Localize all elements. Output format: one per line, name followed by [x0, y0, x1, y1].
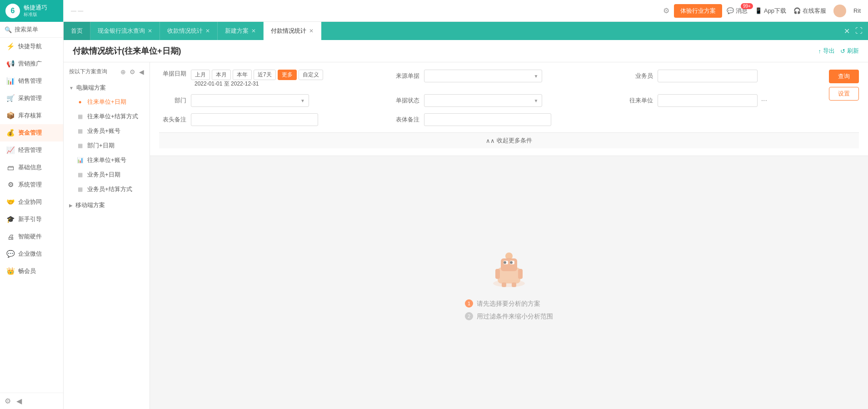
sidebar-item-label: 库存核算 — [18, 111, 42, 120]
tab-home[interactable]: 首页 — [64, 22, 90, 40]
group-arrow-icon: ▼ — [69, 86, 74, 91]
counterpart-label: 往来单位 — [626, 96, 658, 105]
counterpart-dots[interactable]: ··· — [761, 96, 767, 105]
marketing-icon: 📢 — [6, 60, 15, 68]
footer-settings-icon[interactable]: ⚙ — [5, 397, 11, 405]
settings-button[interactable]: 设置 — [829, 87, 859, 101]
scheme-item-counterpart-settle[interactable]: ▦ 往来单位+结算方式 — [64, 109, 150, 124]
scheme-item-counterpart-date[interactable]: ● 往来单位+日期 — [64, 95, 150, 109]
tab-expand-icon[interactable]: ⛶ — [855, 27, 863, 35]
breadcrumb-text: — — — [71, 8, 83, 14]
tab-cashflow-close[interactable]: ✕ — [148, 28, 152, 34]
refresh-label: 刷新 — [847, 47, 859, 55]
tab-receivable-close[interactable]: ✕ — [205, 28, 210, 34]
date-btn-this-year[interactable]: 本年 — [233, 70, 252, 80]
tabbar-actions: ✕ ⛶ — [838, 22, 868, 40]
filter-cell-source: 来源单据 ▼ — [392, 70, 625, 82]
sidebar-item-system[interactable]: ⚙ 系统管理 — [0, 176, 63, 193]
docstatus-select[interactable]: ▼ — [424, 94, 542, 107]
scheme-item-label: 业务员+账号 — [87, 127, 120, 135]
headernote-label: 表头备注 — [159, 116, 191, 124]
add-scheme-icon[interactable]: ⊕ — [120, 68, 126, 76]
page-header-actions: ↑ 导出 ↺ 刷新 — [818, 47, 859, 55]
page: 付款情况统计(往来单位+日期) ↑ 导出 ↺ 刷新 按以下方案查询 ⊕ — [64, 40, 868, 409]
trial-button[interactable]: 体验行业方案 — [674, 4, 722, 18]
date-btn-last-month[interactable]: 上月 — [191, 70, 210, 80]
scheme-settings-icon[interactable]: ⚙ — [130, 68, 135, 76]
sidebar-item-hardware[interactable]: 🖨 智能硬件 — [0, 228, 63, 245]
tab-payment-stat-label: 付款情况统计 — [271, 27, 306, 35]
export-button[interactable]: ↑ 导出 — [818, 47, 835, 55]
message-icon: 💬 — [727, 7, 734, 14]
sidebar-footer: ⚙ ◀ — [0, 393, 63, 409]
bodynote-input[interactable] — [424, 113, 551, 126]
weixin-icon: 💬 — [6, 250, 15, 258]
messages-button[interactable]: 💬 消息 99+ — [727, 7, 748, 15]
page-header: 付款情况统计(往来单位+日期) ↑ 导出 ↺ 刷新 — [64, 40, 868, 62]
date-btn-7days[interactable]: 近7天 — [254, 70, 276, 80]
counterpart-input[interactable] — [658, 94, 758, 107]
sidebar-item-vip[interactable]: 👑 畅会员 — [0, 263, 63, 280]
sidebar-item-coop[interactable]: 🤝 企业协同 — [0, 193, 63, 211]
sidebar-item-basic[interactable]: 🗃 基础信息 — [0, 159, 63, 176]
username-text: Rit — [853, 7, 861, 14]
sidebar-item-inventory[interactable]: 📦 库存核算 — [0, 107, 63, 124]
scheme-group-desktop-header[interactable]: ▼ 电脑端方案 — [64, 81, 150, 95]
scheme-item-dept-date[interactable]: ▦ 部门+日期 — [64, 138, 150, 153]
date-btn-this-month[interactable]: 本月 — [212, 70, 231, 80]
scheme-collapse-icon[interactable]: ◀ — [139, 68, 144, 76]
filter-cell-salesman: 业务员 ··· 查询 设置 — [626, 70, 859, 82]
sidebar-item-finance[interactable]: 💰 资金管理 — [0, 124, 63, 141]
content-area: 按以下方案查询 ⊕ ⚙ ◀ ▼ 电脑端方案 ● 往来单位+日期 — [64, 62, 868, 409]
online-service-button[interactable]: 🎧 在线客服 — [793, 7, 826, 15]
headernote-input[interactable] — [191, 113, 318, 126]
sidebar-item-purchase[interactable]: 🛒 采购管理 — [0, 90, 63, 107]
app-label: App下载 — [764, 7, 786, 15]
query-button[interactable]: 查询 — [829, 70, 859, 83]
filter-area: 单据日期 上月 本月 本年 近7天 更多 自定义 20 — [150, 62, 868, 156]
collapse-button[interactable]: ∧∧ 收起更多条件 — [159, 132, 859, 148]
filter-cell-docstatus: 单据状态 ▼ — [392, 94, 625, 107]
date-btn-custom[interactable]: 自定义 — [299, 70, 323, 80]
sidebar-item-marketing[interactable]: 📢 营销推广 — [0, 55, 63, 72]
tab-payment-stat[interactable]: 付款情况统计 ✕ — [264, 22, 321, 40]
scheme-item-salesman-account[interactable]: ▦ 业务员+账号 — [64, 124, 150, 138]
main-area: — — ⚙ 体验行业方案 💬 消息 99+ 📱 App下载 🎧 在线客服 Rit… — [64, 0, 868, 409]
tab-new-scheme-close[interactable]: ✕ — [251, 28, 256, 34]
salesman-input[interactable] — [658, 70, 758, 82]
svg-point-6 — [510, 261, 513, 264]
topbar-settings-icon[interactable]: ⚙ — [663, 6, 669, 15]
scheme-item-salesman-date[interactable]: ▦ 业务员+日期 — [64, 167, 150, 182]
scheme-item-counterpart-account[interactable]: 📊 往来单位+账号 — [64, 153, 150, 167]
sidebar-item-guide[interactable]: 🎓 新手引导 — [0, 211, 63, 228]
date-range-text: 2022-01-01 至 2022-12-31 — [195, 80, 392, 88]
sidebar-item-weixin[interactable]: 💬 企业微信 — [0, 245, 63, 263]
search-menu[interactable]: 🔍 搜索菜单 — [0, 22, 63, 38]
sidebar-item-sales[interactable]: 📊 销售管理 — [0, 72, 63, 90]
dept-select[interactable]: ▼ — [191, 94, 309, 107]
sales-icon: 📊 — [6, 77, 15, 85]
tab-receivable[interactable]: 收款情况统计 ✕ — [160, 22, 218, 40]
footer-collapse-icon[interactable]: ◀ — [16, 397, 22, 405]
tab-payment-stat-close[interactable]: ✕ — [309, 28, 314, 34]
left-panel-header: 按以下方案查询 ⊕ ⚙ ◀ — [64, 68, 150, 79]
sidebar-item-operation[interactable]: 📈 经营管理 — [0, 141, 63, 159]
scheme-item-salesman-settle[interactable]: ▦ 业务员+结算方式 — [64, 182, 150, 197]
filter-row-3: 表头备注 表体备注 — [159, 113, 859, 126]
tab-cashflow-label: 现金银行流水查询 — [98, 27, 145, 35]
sidebar-item-quicknav[interactable]: ⚡ 快捷导航 — [0, 38, 63, 55]
export-icon: ↑ — [818, 48, 822, 55]
refresh-button[interactable]: ↺ 刷新 — [840, 47, 859, 55]
tab-cashflow[interactable]: 现金银行流水查询 ✕ — [90, 22, 160, 40]
date-btn-more[interactable]: 更多 — [278, 70, 297, 80]
sidebar-item-label: 系统管理 — [18, 181, 42, 189]
app-download-button[interactable]: 📱 App下载 — [755, 7, 786, 15]
scheme-group-mobile-header[interactable]: ▶ 移动端方案 — [64, 198, 150, 212]
tab-close-all-icon[interactable]: ✕ — [844, 27, 850, 35]
tab-new-scheme[interactable]: 新建方案 ✕ — [218, 22, 264, 40]
collapse-icon: ∧∧ — [486, 137, 495, 144]
source-select[interactable]: ▼ — [424, 70, 542, 82]
scheme-table-icon: ▦ — [76, 113, 84, 120]
date-control: 上月 本月 本年 近7天 更多 自定义 2022-01-01 至 2022-12… — [191, 70, 392, 88]
filter-cell-counterpart: 往来单位 ··· — [626, 94, 859, 107]
